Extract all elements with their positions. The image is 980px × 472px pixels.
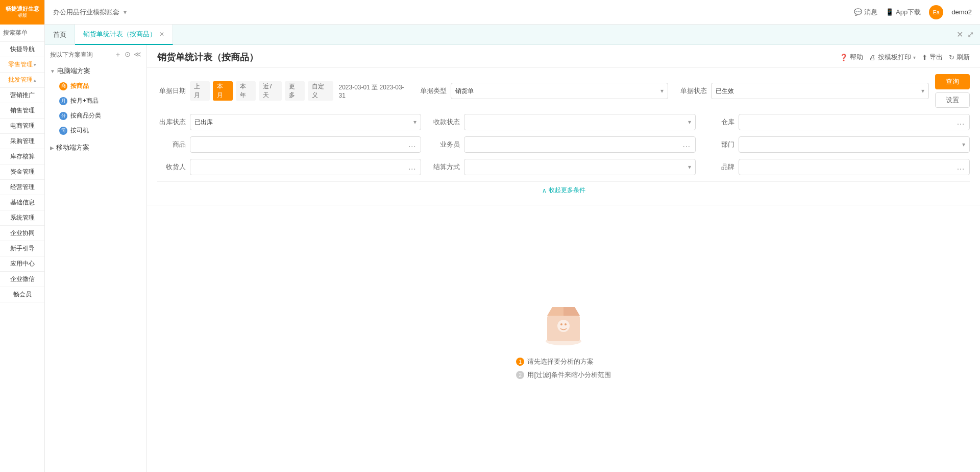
payment-label: 结算方式 — [431, 162, 460, 172]
sidebar-item-marketing[interactable]: 营销推广 — [0, 88, 44, 103]
industry-title: 办公用品行业模拟账套 — [53, 8, 119, 17]
sidebar-quick-nav[interactable]: 快捷导航 — [0, 42, 44, 57]
tree-item-by-month-goods[interactable]: 月 按月+商品 — [45, 93, 146, 108]
staff-label: 业务员 — [431, 140, 460, 149]
warehouse-input[interactable]: … — [739, 114, 970, 130]
svg-point-4 — [565, 323, 567, 325]
tab-close-icon[interactable]: ✕ — [159, 31, 164, 38]
add-scheme-icon[interactable]: ＋ — [114, 50, 121, 59]
sidebar-item-finance[interactable]: 资金管理 — [0, 164, 44, 180]
sidebar-item-wechat[interactable]: 企业微信 — [0, 272, 44, 287]
username: demo2 — [951, 8, 972, 16]
sidebar-item-purchase[interactable]: 采购管理 — [0, 134, 44, 149]
sidebar-item-sales[interactable]: 销售管理 — [0, 103, 44, 119]
date-tag-this-year[interactable]: 本年 — [236, 81, 256, 101]
tab-maximize-controls: ✕ ⤢ — [950, 30, 980, 39]
sidebar-item-cooperation[interactable]: 企业协同 — [0, 226, 44, 241]
panel-header-icons: ＋ ⊙ ≪ — [114, 50, 141, 59]
receipt-status-input[interactable]: ▾ — [464, 114, 695, 130]
tree-item-icon-goods: 商 — [59, 82, 67, 90]
tree-parent-pc[interactable]: ▼ 电脑端方案 — [45, 63, 146, 79]
logo-sub: 标版 — [18, 12, 27, 19]
download-icon: 📱 — [886, 8, 894, 16]
empty-state: 1 请先选择要分析的方案 2 用[过滤]条件来缩小分析范围 — [147, 205, 980, 472]
header-left: 办公用品行业模拟账套 ▾ — [53, 8, 127, 17]
payment-input[interactable]: ▾ — [464, 159, 695, 175]
sidebar-item-basic[interactable]: 基础信息 — [0, 195, 44, 210]
tree-group-mobile: ▶ 移动端方案 — [45, 140, 146, 155]
export-button[interactable]: ⬆ 导出 — [922, 53, 943, 62]
message-icon: 💬 — [854, 8, 862, 16]
sidebar-item-management[interactable]: 经营管理 — [0, 180, 44, 195]
date-tag-this-month[interactable]: 本月 — [213, 81, 233, 101]
date-tag-last-month[interactable]: 上月 — [190, 81, 210, 101]
date-filter-options: 上月 本月 本年 近7天 更多 自定义 2023-03-01 至 2023-03… — [190, 81, 408, 101]
date-tag-custom[interactable]: 自定义 — [308, 81, 333, 101]
goods-input[interactable]: … — [190, 136, 421, 153]
sidebar-search-label[interactable]: 搜索菜单 — [0, 25, 44, 42]
brand-label: 品牌 — [706, 162, 734, 172]
payment-chevron-icon: ▾ — [688, 163, 691, 171]
help-button[interactable]: ❓ 帮助 — [840, 53, 863, 62]
title-actions: ❓ 帮助 🖨 按模板打印 ▾ ⬆ 导出 ↻ 刷新 — [840, 53, 970, 62]
brand-input[interactable]: … — [739, 159, 970, 175]
receiver-input[interactable]: … — [190, 159, 421, 175]
staff-input[interactable]: … — [464, 136, 695, 153]
message-button[interactable]: 💬 消息 — [854, 8, 877, 17]
sidebar-item-retail[interactable]: 零售管理 ▾ — [0, 57, 44, 73]
avatar[interactable]: Ea — [929, 5, 943, 19]
help-icon: ❓ — [840, 54, 848, 61]
tab-bar: 首页 销货单统计表（按商品） ✕ ✕ ⤢ — [45, 25, 980, 45]
dept-input[interactable]: ▾ — [739, 136, 970, 153]
filter-out-status: 出库状态 已出库 ▾ — [157, 114, 421, 130]
filter-warehouse: 仓库 … — [706, 114, 970, 130]
export-icon: ⬆ — [922, 54, 927, 61]
filter-staff: 业务员 … — [431, 136, 695, 153]
sidebar-item-member[interactable]: 畅会员 — [0, 287, 44, 302]
sidebar-item-ecommerce[interactable]: 电商管理 — [0, 119, 44, 134]
refresh-button[interactable]: ↻ 刷新 — [949, 53, 970, 62]
tree-item-by-driver[interactable]: 司 按司机 — [45, 123, 146, 138]
tab-sales-stats[interactable]: 销货单统计表（按商品） ✕ — [75, 25, 173, 45]
sidebar-item-guide[interactable]: 新手引导 — [0, 241, 44, 256]
date-tag-7days[interactable]: 近7天 — [259, 81, 282, 101]
svg-point-2 — [557, 320, 570, 332]
collapse-filter-button[interactable]: ∧ 收起更多条件 — [157, 181, 970, 199]
sidebar-item-apps[interactable]: 应用中心 — [0, 256, 44, 272]
date-range-value: 2023-03-01 至 2023-03-31 — [338, 83, 407, 99]
sidebar-item-wholesale[interactable]: 批发管理 ▴ — [0, 73, 44, 88]
out-status-chevron-icon: ▾ — [413, 119, 416, 126]
receiver-label: 收货人 — [157, 162, 186, 172]
settings-scheme-icon[interactable]: ⊙ — [125, 50, 131, 59]
close-window-icon[interactable]: ✕ — [957, 30, 963, 39]
app-download-button[interactable]: 📱 App下载 — [886, 8, 921, 17]
warehouse-label: 仓库 — [706, 117, 734, 127]
maximize-icon[interactable]: ⤢ — [967, 30, 974, 39]
collapse-panel-icon[interactable]: ≪ — [134, 50, 141, 59]
tree-item-by-category[interactable]: 分 按商品分类 — [45, 108, 146, 123]
print-button[interactable]: 🖨 按模板打印 ▾ — [869, 53, 916, 62]
settings-button[interactable]: 设置 — [935, 92, 970, 108]
page-body: 按以下方案查询 ＋ ⊙ ≪ ▼ 电脑端方案 商 按商品 月 — [45, 45, 980, 472]
filter-row-4: 收货人 … 结算方式 ▾ — [157, 159, 970, 175]
doc-status-input[interactable]: 已生效 ▾ — [711, 83, 929, 99]
tab-home[interactable]: 首页 — [45, 25, 75, 45]
right-content: 销货单统计表（按商品） ❓ 帮助 🖨 按模板打印 ▾ ⬆ 导出 — [147, 45, 980, 472]
doc-type-input[interactable]: 销货单 ▾ — [451, 83, 669, 99]
tree-item-by-goods[interactable]: 商 按商品 — [45, 79, 146, 93]
empty-tips: 1 请先选择要分析的方案 2 用[过滤]条件来缩小分析范围 — [516, 357, 610, 380]
tree-collapse-icon: ▶ — [50, 145, 54, 151]
date-tag-more[interactable]: 更多 — [285, 81, 305, 101]
page-title-bar: 销货单统计表（按商品） ❓ 帮助 🖨 按模板打印 ▾ ⬆ 导出 — [147, 45, 980, 68]
print-icon: 🖨 — [869, 54, 876, 61]
query-button[interactable]: 查询 — [935, 74, 970, 89]
tree-parent-mobile[interactable]: ▶ 移动端方案 — [45, 140, 146, 155]
refresh-icon: ↻ — [949, 54, 954, 61]
sidebar-item-inventory[interactable]: 库存核算 — [0, 149, 44, 164]
filter-row-3: 商品 … 业务员 … — [157, 136, 970, 153]
industry-dropdown-icon[interactable]: ▾ — [124, 9, 127, 16]
logo-title: 畅捷通好生意 — [6, 6, 39, 12]
sidebar-item-system[interactable]: 系统管理 — [0, 210, 44, 226]
warehouse-dots-icon: … — [957, 117, 965, 127]
out-status-input[interactable]: 已出库 ▾ — [190, 114, 421, 130]
